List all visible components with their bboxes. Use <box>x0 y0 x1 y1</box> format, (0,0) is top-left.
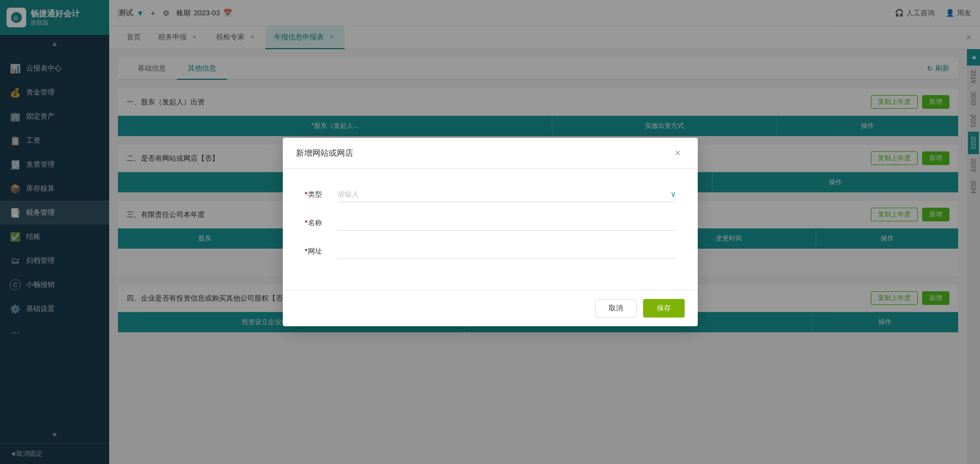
name-label: **名称 <box>305 218 337 228</box>
type-input[interactable] <box>337 190 670 198</box>
add-website-modal: 新增网站或网店 × **类型 ∨ **名称 <box>283 138 698 326</box>
modal-body: **类型 ∨ **名称 **网址 <box>283 169 698 290</box>
form-row-url: **网址 <box>305 244 676 259</box>
type-label: **类型 <box>305 190 337 199</box>
url-input-wrap <box>337 244 676 259</box>
modal-close-button[interactable]: × <box>672 146 685 160</box>
name-input[interactable] <box>337 219 676 227</box>
cancel-button[interactable]: 取消 <box>595 299 637 318</box>
type-input-wrap: ∨ <box>337 186 676 202</box>
modal-overlay: 新增网站或网店 × **类型 ∨ **名称 <box>0 0 980 464</box>
url-label: **网址 <box>305 246 337 256</box>
form-row-name: **名称 <box>305 215 676 231</box>
save-button[interactable]: 保存 <box>643 299 685 318</box>
name-input-wrap <box>337 215 676 231</box>
modal-footer: 取消 保存 <box>283 290 698 326</box>
modal-title: 新增网站或网店 <box>296 148 353 158</box>
form-row-type: **类型 ∨ <box>305 186 676 202</box>
type-dropdown-icon[interactable]: ∨ <box>670 190 676 198</box>
url-input[interactable] <box>337 247 676 255</box>
modal-header: 新增网站或网店 × <box>283 138 698 169</box>
